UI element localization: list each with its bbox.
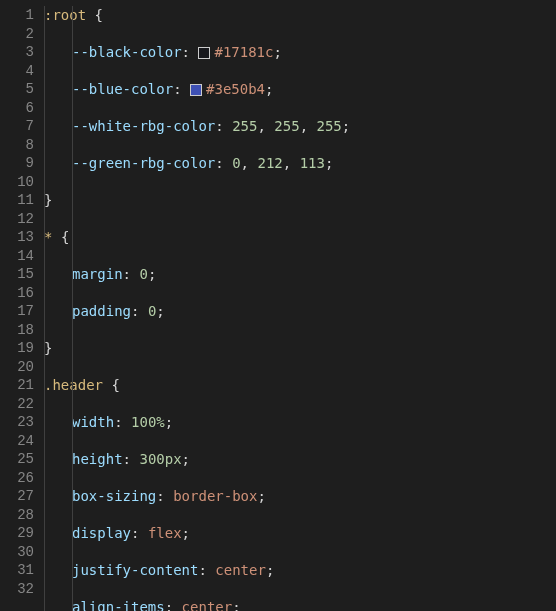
line-number: 4 bbox=[0, 62, 34, 81]
line-number: 21 bbox=[0, 376, 34, 395]
line-number: 27 bbox=[0, 487, 34, 506]
line-number: 25 bbox=[0, 450, 34, 469]
line-number: 20 bbox=[0, 358, 34, 377]
line-number: 10 bbox=[0, 173, 34, 192]
code-editor: 1 2 3 4 5 6 7 8 9 10 11 12 13 14 15 16 1… bbox=[0, 0, 556, 611]
line-number: 6 bbox=[0, 99, 34, 118]
code-line[interactable]: --black-color: #17181c; bbox=[44, 43, 556, 62]
line-number-gutter: 1 2 3 4 5 6 7 8 9 10 11 12 13 14 15 16 1… bbox=[0, 0, 44, 611]
code-line[interactable]: align-items: center; bbox=[44, 598, 556, 611]
code-area[interactable]: :root { --black-color: #17181c; --blue-c… bbox=[44, 0, 556, 611]
indent-guide bbox=[72, 6, 73, 611]
line-number: 19 bbox=[0, 339, 34, 358]
line-number: 24 bbox=[0, 432, 34, 451]
color-swatch-icon bbox=[198, 47, 210, 59]
line-number: 15 bbox=[0, 265, 34, 284]
line-number: 14 bbox=[0, 247, 34, 266]
code-line[interactable]: box-sizing: border-box; bbox=[44, 487, 556, 506]
code-line[interactable]: } bbox=[44, 339, 556, 358]
code-line[interactable]: justify-content: center; bbox=[44, 561, 556, 580]
code-line[interactable]: width: 100%; bbox=[44, 413, 556, 432]
line-number: 12 bbox=[0, 210, 34, 229]
line-number: 1 bbox=[0, 6, 34, 25]
line-number: 8 bbox=[0, 136, 34, 155]
line-number: 31 bbox=[0, 561, 34, 580]
line-number: 13 bbox=[0, 228, 34, 247]
code-line[interactable]: --white-rbg-color: 255, 255, 255; bbox=[44, 117, 556, 136]
line-number: 26 bbox=[0, 469, 34, 488]
code-line[interactable]: margin: 0; bbox=[44, 265, 556, 284]
line-number: 11 bbox=[0, 191, 34, 210]
code-line[interactable]: .header { bbox=[44, 376, 556, 395]
line-number: 3 bbox=[0, 43, 34, 62]
code-line[interactable]: --blue-color: #3e50b4; bbox=[44, 80, 556, 99]
line-number: 16 bbox=[0, 284, 34, 303]
line-number: 7 bbox=[0, 117, 34, 136]
line-number: 2 bbox=[0, 25, 34, 44]
line-number: 17 bbox=[0, 302, 34, 321]
code-line[interactable]: display: flex; bbox=[44, 524, 556, 543]
code-line[interactable]: --green-rbg-color: 0, 212, 113; bbox=[44, 154, 556, 173]
code-line[interactable]: } bbox=[44, 191, 556, 210]
line-number: 18 bbox=[0, 321, 34, 340]
line-number: 28 bbox=[0, 506, 34, 525]
code-line[interactable]: padding: 0; bbox=[44, 302, 556, 321]
code-line[interactable]: * { bbox=[44, 228, 556, 247]
line-number: 29 bbox=[0, 524, 34, 543]
line-number: 22 bbox=[0, 395, 34, 414]
line-number: 30 bbox=[0, 543, 34, 562]
line-number: 23 bbox=[0, 413, 34, 432]
line-number: 32 bbox=[0, 580, 34, 599]
line-number: 5 bbox=[0, 80, 34, 99]
code-line[interactable]: height: 300px; bbox=[44, 450, 556, 469]
color-swatch-icon bbox=[190, 84, 202, 96]
line-number: 9 bbox=[0, 154, 34, 173]
code-line[interactable]: :root { bbox=[44, 6, 556, 25]
indent-guide bbox=[44, 6, 45, 611]
